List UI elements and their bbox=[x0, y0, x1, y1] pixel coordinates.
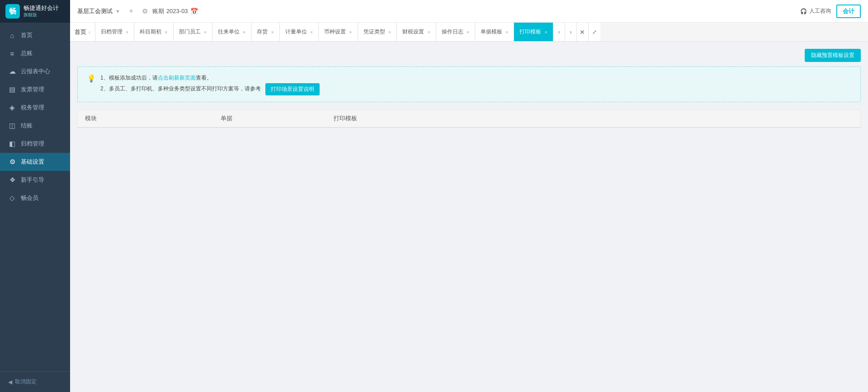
info-line1: 1、模板添加成功后，请点击刷新新页面查看。 bbox=[100, 73, 320, 83]
company-chevron-icon: ▼ bbox=[115, 9, 120, 14]
col-print-template: 打印模板 bbox=[326, 110, 860, 127]
tab-stock-close-icon[interactable]: × bbox=[271, 29, 274, 35]
sidebar-item-member[interactable]: ◇ 畅会员 bbox=[0, 189, 70, 207]
sidebar-item-settings[interactable]: ⚙ 基础设置 bbox=[0, 153, 70, 171]
sidebar-logo: 畅 畅捷通好会计 旗舰版 bbox=[0, 0, 70, 23]
tab-taxsettings-label: 财税设置 bbox=[402, 28, 424, 36]
sidebar-item-home[interactable]: ⌂ 首页 bbox=[0, 26, 70, 44]
tab-voucher-close-icon[interactable]: × bbox=[388, 29, 391, 35]
table-header: 模块 单据 打印模板 bbox=[77, 109, 861, 128]
sidebar-label-tax: 税务管理 bbox=[21, 104, 44, 112]
tab-currency-close-icon[interactable]: × bbox=[349, 29, 352, 35]
info-line2: 2、多员工、多打印机、多种业务类型设置不同打印方案等，请参考 打印场景设置说明 bbox=[100, 83, 320, 95]
tab-oplog[interactable]: 操作日志 × bbox=[436, 23, 475, 41]
tab-print-label: 打印模板 bbox=[519, 28, 541, 36]
tab-subjects-label: 科目期初 bbox=[140, 28, 161, 36]
settings-gear-icon[interactable]: ⚙ bbox=[142, 7, 148, 15]
company-selector[interactable]: 基层工会测试 ▼ bbox=[77, 7, 120, 15]
info-box: 💡 1、模板添加成功后，请点击刷新新页面查看。 2、多员工、多打印机、多种业务类… bbox=[77, 66, 861, 102]
hide-preview-button[interactable]: 隐藏预置模板设置 bbox=[805, 49, 861, 62]
col-module: 模块 bbox=[78, 110, 213, 127]
sidebar-item-tax[interactable]: ◈ 税务管理 bbox=[0, 99, 70, 117]
tab-oplog-label: 操作日志 bbox=[442, 28, 463, 36]
tab-receipt[interactable]: 单据模板 × bbox=[475, 23, 514, 41]
tab-stock-label: 存货 bbox=[257, 28, 268, 36]
unpin-button[interactable]: ◀ 取消固定 bbox=[0, 371, 70, 392]
tab-unit[interactable]: 计量单位 × bbox=[280, 23, 319, 41]
tab-voucher[interactable]: 凭证类型 × bbox=[358, 23, 397, 41]
kuaiji-button[interactable]: 会计 bbox=[836, 5, 861, 18]
col-receipt: 单据 bbox=[213, 110, 326, 127]
tab-close-all-button[interactable]: ✕ bbox=[577, 23, 589, 41]
sidebar-label-member: 畅会员 bbox=[21, 194, 38, 202]
tab-print[interactable]: 打印模板 × bbox=[514, 23, 553, 41]
home-icon: ⌂ bbox=[8, 32, 16, 39]
tab-archive-close-icon[interactable]: × bbox=[126, 29, 128, 35]
sidebar-label-settings: 基础设置 bbox=[21, 158, 44, 166]
tab-expand-button[interactable]: ⤢ bbox=[589, 23, 600, 41]
sidebar-label-guide: 新手引导 bbox=[21, 176, 44, 184]
tab-voucher-label: 凭证类型 bbox=[363, 28, 385, 36]
archive-icon: ◧ bbox=[8, 140, 16, 148]
sidebar-item-reports[interactable]: ☁ 云报表中心 bbox=[0, 62, 70, 80]
tab-department-close-icon[interactable]: × bbox=[204, 29, 207, 35]
customer-service-label: 人工咨询 bbox=[809, 7, 831, 15]
tab-subjects-close-icon[interactable]: × bbox=[165, 29, 167, 35]
tab-home[interactable]: 首页 ‹ bbox=[70, 23, 95, 41]
tab-currency[interactable]: 币种设置 × bbox=[319, 23, 358, 41]
guide-icon: ❖ bbox=[8, 176, 16, 184]
tabbar: 首页 ‹ 归档管理 × 科目期初 × 部门员工 × 往来单位 × 存货 × 计量… bbox=[70, 23, 868, 42]
sidebar-item-invoice[interactable]: ▤ 发票管理 bbox=[0, 80, 70, 99]
sidebar-label-ledger: 总账 bbox=[21, 49, 33, 57]
cloud-icon: ☁ bbox=[8, 67, 16, 76]
tab-receipt-label: 单据模板 bbox=[481, 28, 502, 36]
unpin-icon: ◀ bbox=[8, 379, 12, 385]
tab-print-close-icon[interactable]: × bbox=[544, 29, 547, 35]
tab-oplog-close-icon[interactable]: × bbox=[467, 29, 469, 35]
calendar-icon[interactable]: 📅 bbox=[190, 8, 198, 15]
headphone-icon: 🎧 bbox=[800, 8, 807, 14]
main-area: 基层工会测试 ▼ ＋ ⚙ 账期 2023-03 📅 🎧 人工咨询 会计 首页 ‹… bbox=[70, 0, 868, 392]
tab-stock[interactable]: 存货 × bbox=[251, 23, 279, 41]
tab-archive-label: 归档管理 bbox=[101, 28, 123, 36]
add-tab-button[interactable]: ＋ bbox=[125, 5, 137, 17]
sidebar: 畅 畅捷通好会计 旗舰版 ⌂ 首页 ≡ 总账 ☁ 云报表中心 ▤ 发票管理 ◈ … bbox=[0, 0, 70, 392]
topbar-right: 🎧 人工咨询 会计 bbox=[800, 5, 861, 18]
tab-unit-close-icon[interactable]: × bbox=[310, 29, 313, 35]
logo-text: 畅捷通好会计 旗舰版 bbox=[24, 5, 59, 19]
tab-archive[interactable]: 归档管理 × bbox=[95, 23, 134, 41]
sidebar-nav: ⌂ 首页 ≡ 总账 ☁ 云报表中心 ▤ 发票管理 ◈ 税务管理 ◫ 结账 ◧ 归… bbox=[0, 23, 70, 371]
print-explain-button[interactable]: 打印场景设置说明 bbox=[265, 83, 320, 95]
tab-supplier-label: 往来单位 bbox=[218, 28, 240, 36]
sidebar-label-reports: 云报表中心 bbox=[21, 67, 50, 76]
period-display: 账期 2023-03 📅 bbox=[152, 7, 198, 15]
member-icon: ◇ bbox=[8, 194, 16, 202]
tab-taxsettings-close-icon[interactable]: × bbox=[427, 29, 430, 35]
tab-home-back-icon: ‹ bbox=[89, 29, 90, 35]
tab-unit-label: 计量单位 bbox=[285, 28, 307, 36]
refresh-link[interactable]: 点击刷新新页面 bbox=[158, 75, 196, 81]
sidebar-item-archive[interactable]: ◧ 归档管理 bbox=[0, 135, 70, 153]
tab-subjects[interactable]: 科目期初 × bbox=[134, 23, 173, 41]
info-text-block: 1、模板添加成功后，请点击刷新新页面查看。 2、多员工、多打印机、多种业务类型设… bbox=[100, 73, 320, 95]
tab-scroll-left-button[interactable]: ‹ bbox=[553, 23, 565, 41]
sidebar-item-ledger[interactable]: ≡ 总账 bbox=[0, 44, 70, 62]
customer-service-button[interactable]: 🎧 人工咨询 bbox=[800, 7, 831, 15]
tab-department[interactable]: 部门员工 × bbox=[174, 23, 212, 41]
tab-receipt-close-icon[interactable]: × bbox=[505, 29, 508, 35]
tab-taxsettings[interactable]: 财税设置 × bbox=[397, 23, 436, 41]
period-label: 账期 bbox=[152, 7, 164, 15]
tax-icon: ◈ bbox=[8, 104, 16, 112]
tab-supplier-close-icon[interactable]: × bbox=[243, 29, 245, 35]
sidebar-item-closing[interactable]: ◫ 结账 bbox=[0, 117, 70, 135]
tab-home-label: 首页 bbox=[75, 28, 86, 36]
company-name: 基层工会测试 bbox=[77, 7, 113, 15]
content-topbar: 隐藏预置模板设置 bbox=[77, 49, 861, 62]
sidebar-item-guide[interactable]: ❖ 新手引导 bbox=[0, 171, 70, 189]
tab-scroll-right-button[interactable]: › bbox=[565, 23, 577, 41]
tab-department-label: 部门员工 bbox=[179, 28, 201, 36]
tab-currency-label: 币种设置 bbox=[324, 28, 346, 36]
logo-icon: 畅 bbox=[5, 4, 20, 19]
ledger-icon: ≡ bbox=[8, 50, 16, 57]
tab-supplier[interactable]: 往来单位 × bbox=[212, 23, 251, 41]
